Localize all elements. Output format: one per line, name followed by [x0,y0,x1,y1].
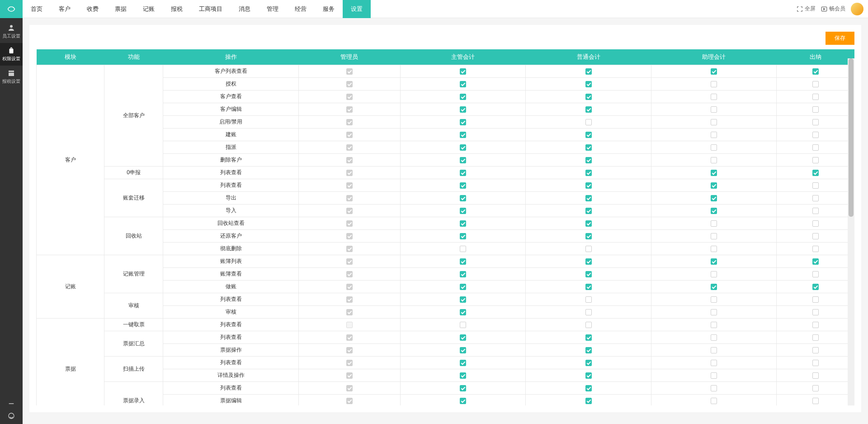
checkbox[interactable] [812,322,819,328]
checkbox[interactable] [460,119,466,125]
checkbox[interactable] [460,372,466,379]
checkbox[interactable] [585,385,592,391]
checkbox[interactable] [711,220,717,227]
checkbox[interactable] [585,360,592,366]
checkbox[interactable] [812,360,819,366]
checkbox[interactable] [460,195,466,201]
checkbox[interactable] [812,385,819,391]
checkbox[interactable] [460,182,466,189]
checkbox[interactable] [585,94,592,100]
nav-3[interactable]: 票据 [107,0,135,18]
checkbox[interactable] [711,334,717,341]
checkbox[interactable] [812,334,819,341]
nav-10[interactable]: 服务 [315,0,343,18]
checkbox[interactable] [585,258,592,265]
checkbox[interactable] [812,81,819,87]
checkbox[interactable] [585,309,592,315]
checkbox[interactable] [460,208,466,214]
checkbox[interactable] [812,233,819,239]
checkbox[interactable] [460,144,466,151]
member-button[interactable]: 畅会员 [821,5,845,13]
checkbox[interactable] [711,309,717,315]
checkbox[interactable] [812,68,819,75]
checkbox[interactable] [460,347,466,353]
checkbox[interactable] [460,385,466,391]
scrollbar-vertical[interactable] [848,58,854,405]
nav-4[interactable]: 记账 [135,0,163,18]
checkbox[interactable] [711,94,717,100]
nav-7[interactable]: 消息 [231,0,259,18]
checkbox[interactable] [460,106,466,113]
checkbox[interactable] [812,106,819,113]
checkbox[interactable] [711,372,717,379]
checkbox[interactable] [711,246,717,252]
checkbox[interactable] [585,144,592,151]
checkbox[interactable] [460,334,466,341]
checkbox[interactable] [585,322,592,328]
checkbox[interactable] [812,284,819,290]
sidebar-tax[interactable]: 报税设置 [0,66,23,88]
checkbox[interactable] [585,81,592,87]
checkbox[interactable] [460,157,466,163]
nav-0[interactable]: 首页 [23,0,51,18]
checkbox[interactable] [812,157,819,163]
nav-8[interactable]: 管理 [259,0,287,18]
nav-9[interactable]: 经营 [287,0,315,18]
save-button[interactable]: 保存 [826,32,854,45]
checkbox[interactable] [711,106,717,113]
checkbox[interactable] [711,132,717,138]
checkbox[interactable] [460,94,466,100]
fullscreen-button[interactable]: 全屏 [797,5,816,13]
checkbox[interactable] [812,119,819,125]
nav-5[interactable]: 报税 [163,0,191,18]
checkbox[interactable] [460,246,466,252]
checkbox[interactable] [711,144,717,151]
checkbox[interactable] [460,132,466,138]
checkbox[interactable] [585,195,592,201]
nav-11[interactable]: 设置 [343,0,371,18]
checkbox[interactable] [812,208,819,214]
checkbox[interactable] [812,170,819,176]
checkbox[interactable] [711,284,717,290]
checkbox[interactable] [711,81,717,87]
checkbox[interactable] [711,157,717,163]
checkbox[interactable] [460,81,466,87]
checkbox[interactable] [460,322,466,328]
checkbox[interactable] [585,132,592,138]
checkbox[interactable] [812,220,819,227]
checkbox[interactable] [812,296,819,303]
checkbox[interactable] [585,68,592,75]
checkbox[interactable] [812,398,819,404]
checkbox[interactable] [460,360,466,366]
sidebar-staff[interactable]: 员工设置 [0,20,23,43]
checkbox[interactable] [711,322,717,328]
checkbox[interactable] [812,309,819,315]
checkbox[interactable] [585,296,592,303]
checkbox[interactable] [711,296,717,303]
checkbox[interactable] [711,233,717,239]
checkbox[interactable] [812,182,819,189]
checkbox[interactable] [585,119,592,125]
nav-2[interactable]: 收费 [79,0,107,18]
download-icon[interactable] [8,398,15,405]
checkbox[interactable] [460,284,466,290]
sidebar-permission[interactable]: 权限设置 [0,43,23,66]
checkbox[interactable] [812,195,819,201]
checkbox[interactable] [711,119,717,125]
checkbox[interactable] [585,106,592,113]
checkbox[interactable] [460,309,466,315]
checkbox[interactable] [460,68,466,75]
nav-6[interactable]: 工商项目 [191,0,231,18]
checkbox[interactable] [711,208,717,214]
checkbox[interactable] [585,220,592,227]
checkbox[interactable] [585,334,592,341]
checkbox[interactable] [711,271,717,277]
checkbox[interactable] [585,372,592,379]
checkbox[interactable] [585,398,592,404]
checkbox[interactable] [812,246,819,252]
checkbox[interactable] [585,157,592,163]
checkbox[interactable] [812,347,819,353]
checkbox[interactable] [812,94,819,100]
nav-1[interactable]: 客户 [51,0,79,18]
checkbox[interactable] [711,195,717,201]
